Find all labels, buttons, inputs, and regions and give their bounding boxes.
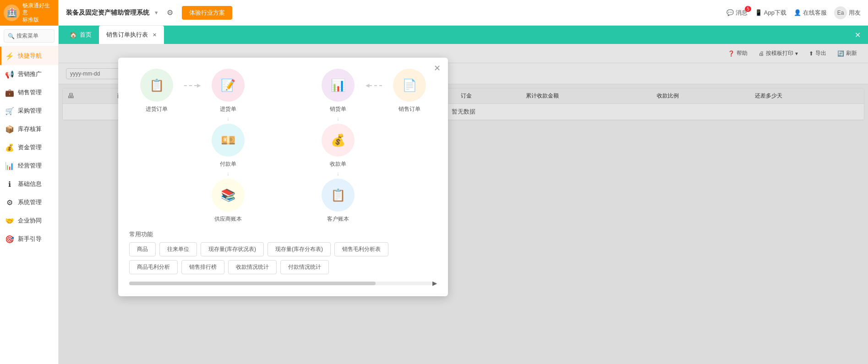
- sidebar: 🏥 畅康通好生意 标推版 🔍 搜索菜单 ⚡快捷导航📢营销推广💼销售管理🛒采购管理…: [0, 0, 59, 364]
- flow-node-purchase-bill[interactable]: 📝 进货单: [201, 69, 256, 113]
- app-download-item[interactable]: 📱 App下载: [755, 9, 786, 17]
- sidebar-item-经营管理[interactable]: 📊经营管理: [0, 157, 58, 175]
- user-item[interactable]: Ea 用友: [834, 6, 861, 19]
- receipt-label: 收款单: [330, 160, 346, 168]
- user-label: 用友: [849, 9, 861, 17]
- purchase-bill-label: 进货单: [220, 105, 236, 113]
- flow-node-purchase-order[interactable]: 📋 进货订单: [129, 69, 184, 113]
- flow-node-customer[interactable]: 📋 客户账本: [311, 179, 366, 223]
- flow-arrows-down: ↓ ↓: [129, 115, 437, 122]
- tab-sales-label: 销售订单执行表: [106, 31, 148, 39]
- payment-icon: 💴: [212, 124, 245, 157]
- common-title: 常用功能: [129, 230, 437, 239]
- sidebar-icon-8: ⚙: [5, 198, 14, 207]
- sidebar-icon-7: ℹ: [5, 179, 14, 189]
- home-icon: 🏠: [70, 32, 77, 38]
- tabbar-close-button[interactable]: ✕: [855, 31, 864, 39]
- flow-node-sale-order[interactable]: 📄 销售订单: [382, 69, 437, 113]
- sidebar-icon-5: 💰: [5, 143, 14, 152]
- tab-home[interactable]: 🏠 首页: [62, 26, 99, 44]
- topbar-right: 💬 消息 5 📱 App下载 👤 在线客服 Ea 用友: [726, 6, 861, 19]
- topbar: 装备及固定资产辅助管理系统 ▾ ⚙ 体验行业方案 💬 消息 5 📱 App下载 …: [59, 0, 868, 26]
- purchase-order-label: 进货订单: [146, 105, 168, 113]
- sidebar-nav: ⚡快捷导航📢营销推广💼销售管理🛒采购管理📦库存核算💰资金管理📊经营管理ℹ基础信息…: [0, 47, 58, 364]
- sidebar-icon-4: 📦: [5, 125, 14, 134]
- arrow-left-1: ◀: [366, 69, 382, 88]
- modal-scrollbar[interactable]: ▶: [129, 282, 437, 285]
- tab-sales-order[interactable]: 销售订单执行表 ✕: [99, 26, 164, 44]
- message-item[interactable]: 💬 消息 5: [726, 9, 748, 17]
- flow-arrows-down-2: ↓ ↓: [129, 170, 437, 177]
- flow-node-sale-bill[interactable]: 📊 销货单: [311, 69, 366, 113]
- common-buttons-row-1: 商品往来单位现存量(库存状况表)现存量(库存分布表)销售毛利分析表商品毛利分析销…: [129, 242, 437, 274]
- payment-label: 付款单: [220, 160, 236, 168]
- flow-node-receipt[interactable]: 💰 收款单: [311, 124, 366, 168]
- customer-icon: 📋: [322, 179, 355, 212]
- message-icon: 💬: [726, 9, 734, 16]
- common-btn-现存量(库存状况表)[interactable]: 现存量(库存状况表): [201, 242, 264, 256]
- logo-icon: 🏥: [4, 5, 20, 21]
- avatar: Ea: [834, 6, 847, 19]
- sale-bill-icon: 📊: [322, 69, 355, 102]
- avatar-text: Ea: [837, 10, 844, 16]
- sidebar-item-销售管理[interactable]: 💼销售管理: [0, 83, 58, 102]
- sidebar-logo: 🏥 畅康通好生意 标推版: [0, 0, 58, 26]
- flow-node-payment[interactable]: 💴 付款单: [201, 124, 256, 168]
- sidebar-icon-2: 💼: [5, 88, 14, 97]
- sidebar-item-采购管理[interactable]: 🛒采购管理: [0, 102, 58, 120]
- sale-order-label: 销售订单: [399, 105, 420, 113]
- common-btn-商品[interactable]: 商品: [129, 242, 156, 256]
- modal-close-button[interactable]: ✕: [434, 63, 441, 73]
- common-btn-往来单位[interactable]: 往来单位: [159, 242, 197, 256]
- sale-order-icon: 📄: [393, 69, 426, 102]
- sidebar-item-资金管理[interactable]: 💰资金管理: [0, 138, 58, 157]
- sidebar-item-基础信息[interactable]: ℹ基础信息: [0, 175, 58, 193]
- sidebar-label-2: 销售管理: [18, 88, 42, 97]
- sidebar-icon-9: 🤝: [5, 216, 14, 225]
- sidebar-item-营销推广[interactable]: 📢营销推广: [0, 65, 58, 83]
- sidebar-item-库存核算[interactable]: 📦库存核算: [0, 120, 58, 138]
- customer-label: 客户账本: [327, 215, 349, 223]
- common-btn-销售毛利分析表[interactable]: 销售毛利分析表: [334, 242, 388, 256]
- sidebar-label-3: 采购管理: [18, 107, 42, 115]
- sidebar-label-1: 营销推广: [18, 70, 42, 78]
- tab-close-icon[interactable]: ✕: [153, 32, 157, 38]
- purchase-bill-icon: 📝: [212, 69, 245, 102]
- quick-nav-modal: ✕ 📋 进货订单 ▶ 📝 进货单: [118, 58, 448, 296]
- online-service-label: 在线客服: [803, 9, 827, 17]
- sidebar-label-5: 资金管理: [18, 143, 42, 152]
- online-service-item[interactable]: 👤 在线客服: [794, 9, 827, 17]
- scrollbar-thumb: [129, 282, 376, 285]
- app-download-label: App下载: [764, 9, 786, 17]
- flow-middle-row: 💴 付款单 💰 收款单: [129, 124, 437, 168]
- sidebar-label-10: 新手引导: [18, 235, 42, 243]
- logo-emoji: 🏥: [7, 8, 17, 18]
- sidebar-icon-6: 📊: [5, 161, 14, 170]
- search-icon: 🔍: [8, 33, 15, 39]
- main-area: 装备及固定资产辅助管理系统 ▾ ⚙ 体验行业方案 💬 消息 5 📱 App下载 …: [59, 0, 868, 364]
- download-icon: 📱: [755, 9, 762, 16]
- scrollbar-right-arrow[interactable]: ▶: [432, 280, 437, 287]
- common-btn-商品毛利分析[interactable]: 商品毛利分析: [129, 260, 178, 274]
- arrow-right-1: ▶: [184, 69, 201, 88]
- service-icon: 👤: [794, 9, 801, 16]
- sidebar-label-4: 库存核算: [18, 125, 42, 133]
- sidebar-item-新手引导[interactable]: 🎯新手引导: [0, 230, 58, 248]
- sidebar-item-企业协同[interactable]: 🤝企业协同: [0, 212, 58, 230]
- common-btn-现存量(库存分布表)[interactable]: 现存量(库存分布表): [267, 242, 331, 256]
- sidebar-label-9: 企业协同: [18, 217, 42, 225]
- sidebar-item-系统管理[interactable]: ⚙系统管理: [0, 193, 58, 212]
- common-btn-付款情况统计[interactable]: 付款情况统计: [280, 260, 329, 274]
- chevron-down-icon[interactable]: ▾: [155, 9, 158, 16]
- trial-button[interactable]: 体验行业方案: [182, 6, 232, 20]
- search-menu-button[interactable]: 🔍 搜索菜单: [4, 29, 55, 43]
- flow-bottom-row: 📚 供应商账本 📋 客户账本: [129, 179, 437, 223]
- settings-icon[interactable]: ⚙: [164, 6, 176, 19]
- sidebar-item-快捷导航[interactable]: ⚡快捷导航: [0, 47, 58, 65]
- supplier-icon: 📚: [212, 179, 245, 212]
- common-btn-销售排行榜[interactable]: 销售排行榜: [181, 260, 224, 274]
- flow-node-supplier[interactable]: 📚 供应商账本: [201, 179, 256, 223]
- common-btn-收款情况统计[interactable]: 收款情况统计: [228, 260, 277, 274]
- tabbar: 🏠 首页 销售订单执行表 ✕ ✕: [59, 26, 868, 44]
- sidebar-icon-3: 🛒: [5, 106, 14, 115]
